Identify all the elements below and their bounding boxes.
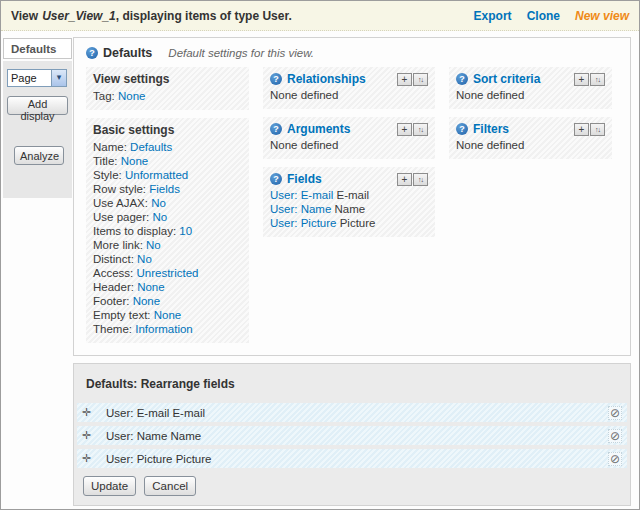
display-description: Default settings for this view. — [168, 47, 314, 59]
setting-row: Access: Unrestricted — [93, 266, 242, 280]
setting-value-link[interactable]: Unrestricted — [136, 267, 198, 279]
display-heading: Defaults — [103, 46, 152, 60]
setting-value-link[interactable]: None — [154, 309, 182, 321]
filters-buttons: + ↑↓ — [574, 123, 605, 136]
add-icon-button[interactable]: + — [574, 73, 589, 86]
drag-handle-icon[interactable]: ✛ — [82, 429, 96, 442]
setting-label: Style: — [93, 169, 122, 181]
filters-box: ? Filters + ↑↓ None defined — [449, 117, 612, 159]
arguments-title-link[interactable]: Arguments — [287, 122, 350, 136]
update-button[interactable]: Update — [83, 476, 136, 496]
display-controls-panel: Page ▾ Add display Analyze — [3, 61, 72, 198]
setting-value-link[interactable]: Information — [135, 323, 193, 335]
sort-criteria-title-link[interactable]: Sort criteria — [473, 72, 540, 86]
sort-criteria-empty-text: None defined — [456, 88, 605, 102]
add-display-button[interactable]: Add display — [7, 96, 68, 115]
add-icon-button[interactable]: + — [397, 73, 412, 86]
setting-value-link[interactable]: No — [151, 197, 166, 209]
rearrange-icon-button[interactable]: ↑↓ — [590, 123, 605, 136]
display-type-select-value: Page — [8, 72, 51, 84]
relationships-box: ? Relationships + ↑↓ None defined — [263, 67, 435, 109]
help-icon[interactable]: ? — [270, 173, 282, 185]
setting-label: Header: — [93, 281, 134, 293]
field-link[interactable]: User: E-mail — [270, 189, 333, 201]
setting-value-link[interactable]: None — [137, 281, 165, 293]
relationships-title-link[interactable]: Relationships — [287, 72, 366, 86]
add-icon-button[interactable]: + — [574, 123, 589, 136]
remove-icon[interactable]: ⊘ — [608, 406, 622, 420]
page-title: ViewUser_View_1, displaying items of typ… — [11, 9, 292, 23]
add-icon-button[interactable]: + — [397, 123, 412, 136]
setting-value-link[interactable]: Unformatted — [125, 169, 188, 181]
setting-row: Header: None — [93, 280, 242, 294]
relationships-empty-text: None defined — [270, 88, 428, 102]
cancel-button[interactable]: Cancel — [144, 476, 196, 496]
field-label: E-mail — [336, 189, 369, 201]
main-content: ? Defaults Default settings for this vie… — [73, 37, 631, 506]
relationships-buttons: + ↑↓ — [397, 73, 428, 86]
drag-handle-icon[interactable]: ✛ — [82, 452, 96, 465]
help-icon[interactable]: ? — [86, 47, 98, 59]
rearrange-row: ✛ User: Picture Picture ⊘ — [77, 449, 627, 468]
field-link[interactable]: User: Picture — [270, 217, 336, 229]
help-icon[interactable]: ? — [270, 123, 282, 135]
drag-handle-icon[interactable]: ✛ — [82, 406, 96, 419]
settings-column-2: ? Relationships + ↑↓ None defined ? — [263, 67, 435, 237]
setting-value-link[interactable]: None — [133, 295, 161, 307]
export-link[interactable]: Export — [474, 9, 512, 23]
setting-label: Use AJAX: — [93, 197, 148, 209]
rearrange-icon-button[interactable]: ↑↓ — [413, 173, 428, 186]
fields-title-link[interactable]: Fields — [287, 172, 322, 186]
help-icon[interactable]: ? — [270, 73, 282, 85]
rearrange-row: ✛ User: Name Name ⊘ — [77, 426, 627, 445]
rearrange-icon-button[interactable]: ↑↓ — [413, 123, 428, 136]
clone-link[interactable]: Clone — [527, 9, 560, 23]
display-type-select[interactable]: Page ▾ — [7, 69, 67, 87]
setting-value-link[interactable]: No — [137, 253, 152, 265]
tag-value-link[interactable]: None — [118, 90, 146, 102]
field-label: Picture — [340, 217, 376, 229]
arguments-buttons: + ↑↓ — [397, 123, 428, 136]
rearrange-row: ✛ User: E-mail E-mail ⊘ — [77, 403, 627, 422]
setting-label: Items to display: — [93, 225, 176, 237]
rearrange-icon-button[interactable]: ↑↓ — [590, 73, 605, 86]
setting-value-link[interactable]: None — [121, 155, 149, 167]
filters-header: ? Filters + ↑↓ — [456, 122, 605, 136]
arguments-header: ? Arguments + ↑↓ — [270, 122, 428, 136]
field-link[interactable]: User: Name — [270, 203, 331, 215]
remove-icon[interactable]: ⊘ — [608, 429, 622, 443]
setting-label: Theme: — [93, 323, 132, 335]
setting-value-link[interactable]: 10 — [179, 225, 192, 237]
add-icon-button[interactable]: + — [397, 173, 412, 186]
rearrange-row-label: User: Picture Picture — [106, 453, 608, 465]
setting-row: Empty text: None — [93, 308, 242, 322]
setting-label: Use pager: — [93, 211, 149, 223]
help-icon[interactable]: ? — [456, 123, 468, 135]
view-settings-title: View settings — [93, 72, 242, 87]
header-actions: Export Clone New view — [474, 9, 629, 23]
tab-defaults[interactable]: Defaults — [3, 38, 72, 59]
tag-label: Tag: — [93, 90, 115, 102]
page-header: ViewUser_View_1, displaying items of typ… — [1, 1, 639, 31]
field-row: User: E-mail E-mail — [270, 188, 428, 202]
settings-grid: View settings Tag: None Basic settings N… — [74, 65, 630, 355]
setting-value-link[interactable]: Defaults — [130, 141, 172, 153]
filters-title-link[interactable]: Filters — [473, 122, 509, 136]
rearrange-icon-button[interactable]: ↑↓ — [413, 73, 428, 86]
basic-settings-box: Basic settings Name: Defaults Title: Non… — [86, 118, 249, 343]
new-view-link[interactable]: New view — [575, 9, 629, 23]
analyze-button[interactable]: Analyze — [14, 146, 64, 165]
field-label: Name — [335, 203, 366, 215]
form-actions: Update Cancel — [83, 476, 627, 496]
setting-value-link[interactable]: Fields — [149, 183, 180, 195]
setting-value-link[interactable]: No — [146, 239, 161, 251]
setting-label: Empty text: — [93, 309, 151, 321]
help-icon[interactable]: ? — [456, 73, 468, 85]
setting-value-link[interactable]: No — [152, 211, 167, 223]
field-row: User: Picture Picture — [270, 216, 428, 230]
remove-icon[interactable]: ⊘ — [608, 452, 622, 466]
fields-header: ? Fields + ↑↓ — [270, 172, 428, 186]
setting-row: Footer: None — [93, 294, 242, 308]
setting-label: Distinct: — [93, 253, 134, 265]
setting-row: Style: Unformatted — [93, 168, 242, 182]
